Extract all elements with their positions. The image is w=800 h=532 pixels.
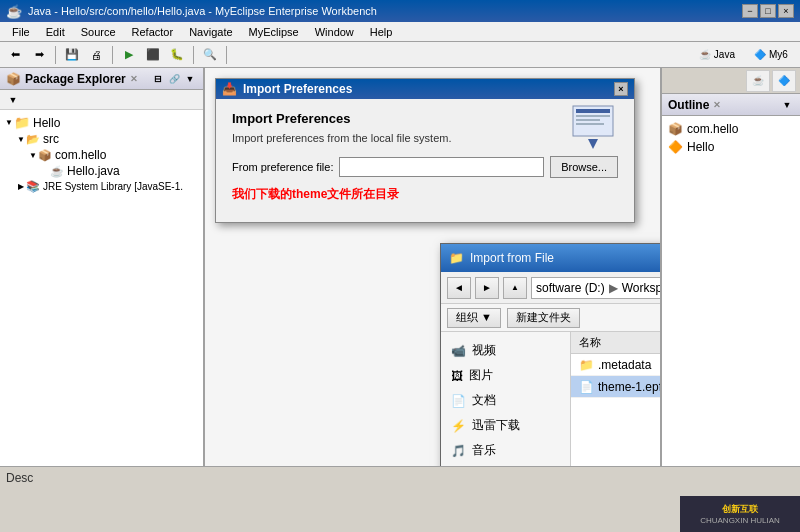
- toolbar-btn-debug[interactable]: 🐛: [166, 45, 188, 65]
- file-dialog-icon: 📁: [449, 251, 464, 265]
- outline-item-com-hello[interactable]: 📦 com.hello: [666, 120, 796, 138]
- right-top-btn-1[interactable]: ☕: [746, 70, 770, 92]
- sidebar-thunder[interactable]: ⚡ 迅雷下载: [441, 413, 570, 438]
- tree-label-com-hello: com.hello: [55, 148, 106, 162]
- menu-navigate[interactable]: Navigate: [181, 24, 240, 40]
- close-button[interactable]: ×: [778, 4, 794, 18]
- address-path[interactable]: software (D:) ▶ Workspaces ▶ 配置 ▶: [531, 277, 660, 299]
- perspective-myeclipse[interactable]: 🔷 My6: [746, 45, 796, 65]
- outline-menu-btn[interactable]: ▼: [780, 98, 794, 112]
- tree-item-src[interactable]: ▼ 📂 src: [0, 131, 203, 147]
- import-prefs-icon: 📥: [222, 82, 237, 96]
- file-name-metadata: 📁 .metadata: [571, 356, 660, 374]
- tree-item-jre[interactable]: ▶ 📚 JRE System Library [JavaSE-1.: [0, 179, 203, 194]
- right-top-btn-2[interactable]: 🔷: [772, 70, 796, 92]
- sidebar-music[interactable]: 🎵 音乐: [441, 438, 570, 463]
- sidebar-label-music: 音乐: [472, 442, 496, 459]
- file-row-metadata[interactable]: 📁 .metadata 2013/11/16 21:26 文件夹: [571, 354, 660, 376]
- import-prefs-file-input[interactable]: [339, 157, 544, 177]
- sidebar-pictures[interactable]: 🖼 图片: [441, 363, 570, 388]
- file-row-theme[interactable]: 📄 theme-1.epf 2013/11/16 21:09 EPF 文件: [571, 376, 660, 398]
- outline-item-hello[interactable]: 🔶 Hello: [666, 138, 796, 156]
- menu-source[interactable]: Source: [73, 24, 124, 40]
- link-editor-btn[interactable]: 🔗: [167, 72, 181, 86]
- outline-tree: 📦 com.hello 🔶 Hello: [662, 116, 800, 160]
- status-text: Desc: [6, 471, 33, 485]
- status-bar: Desc 创新互联 CHUANGXIN HULIAN: [0, 466, 800, 488]
- sidebar-label-video: 视频: [472, 342, 496, 359]
- menu-bar: File Edit Source Refactor Navigate MyEcl…: [0, 22, 800, 42]
- collapse-all-btn[interactable]: ⊟: [151, 72, 165, 86]
- tree-item-hello[interactable]: ▼ 📁 Hello: [0, 114, 203, 131]
- sidebar-video[interactable]: 📹 视频: [441, 338, 570, 363]
- title-controls[interactable]: − □ ×: [742, 4, 794, 18]
- sidebar-docs[interactable]: 📄 文档: [441, 388, 570, 413]
- menu-myeclipse[interactable]: MyEclipse: [241, 24, 307, 40]
- import-prefs-close[interactable]: ×: [614, 82, 628, 96]
- video-icon: 📹: [451, 344, 466, 358]
- right-panel: ☕ 🔷 Outline ✕ ▼ 📦 com.hello 🔶 Hello: [660, 68, 800, 466]
- menu-refactor[interactable]: Refactor: [124, 24, 182, 40]
- nav-up-btn[interactable]: ▲: [503, 277, 527, 299]
- svg-marker-5: [588, 139, 598, 149]
- file-list-body: 📁 .metadata 2013/11/16 21:26 文件夹 📄 theme…: [571, 354, 660, 398]
- import-prefs-title: Import Preferences: [243, 82, 352, 96]
- tree-label-hello: Hello: [33, 116, 60, 130]
- maximize-button[interactable]: □: [760, 4, 776, 18]
- tree-item-hello-java[interactable]: ☕ Hello.java: [0, 163, 203, 179]
- outline-title: Outline: [668, 98, 709, 112]
- svg-rect-1: [576, 109, 610, 113]
- toggle-com-hello[interactable]: ▼: [28, 151, 38, 160]
- outline-close[interactable]: ✕: [713, 100, 721, 110]
- nav-back-btn[interactable]: ◄: [447, 277, 471, 299]
- svg-rect-3: [576, 119, 600, 121]
- title-bar: ☕ Java - Hello/src/com/hello/Hello.java …: [0, 0, 800, 22]
- toggle-src[interactable]: ▼: [16, 135, 26, 144]
- toolbar-btn-stop[interactable]: ⬛: [142, 45, 164, 65]
- menu-edit[interactable]: Edit: [38, 24, 73, 40]
- menu-file[interactable]: File: [4, 24, 38, 40]
- toolbar-btn-fwd[interactable]: ➡: [28, 45, 50, 65]
- organize-btn[interactable]: 组织 ▼: [447, 308, 501, 328]
- tree-item-com-hello[interactable]: ▼ 📦 com.hello: [0, 147, 203, 163]
- package-icon-com-hello: 📦: [38, 149, 52, 162]
- toggle-jre[interactable]: ▶: [16, 182, 26, 191]
- app-icon: ☕: [6, 4, 22, 19]
- panel-menu-btn[interactable]: ▼: [183, 72, 197, 86]
- package-explorer-panel: 📦 Package Explorer ✕ ⊟ 🔗 ▼ ▼ ▼ 📁 Hello: [0, 68, 205, 466]
- new-folder-btn[interactable]: 新建文件夹: [507, 308, 580, 328]
- import-preferences-dialog: 📥 Import Preferences × Import Preference…: [215, 78, 635, 223]
- toolbar-sep-2: [112, 46, 113, 64]
- menu-help[interactable]: Help: [362, 24, 401, 40]
- import-prefs-browse-btn[interactable]: Browse...: [550, 156, 618, 178]
- thunder-icon: ⚡: [451, 419, 466, 433]
- perspective-java[interactable]: ☕ Java: [692, 45, 742, 65]
- addr-drive: software (D:): [536, 281, 605, 295]
- toolbar-btn-save[interactable]: 💾: [61, 45, 83, 65]
- minimize-button[interactable]: −: [742, 4, 758, 18]
- file-name-theme: 📄 theme-1.epf: [571, 378, 660, 396]
- docs-icon: 📄: [451, 394, 466, 408]
- toggle-hello[interactable]: ▼: [4, 118, 14, 127]
- package-explorer-header: 📦 Package Explorer ✕ ⊟ 🔗 ▼: [0, 68, 203, 90]
- window-title: Java - Hello/src/com/hello/Hello.java - …: [28, 5, 377, 17]
- outline-tools: ▼: [780, 98, 794, 112]
- tree-label-src: src: [43, 132, 59, 146]
- sidebar-label-pictures: 图片: [469, 367, 493, 384]
- toolbar-btn-back[interactable]: ⬅: [4, 45, 26, 65]
- addr-sep-1: ▶: [609, 281, 618, 295]
- file-list: 名称 修改日期 类型 📁 .metadata 2013/11/16 21:26: [571, 332, 660, 466]
- toolbar-btn-search[interactable]: 🔍: [199, 45, 221, 65]
- outline-header-left: Outline ✕: [668, 98, 721, 112]
- nav-fwd-btn[interactable]: ►: [475, 277, 499, 299]
- toolbar-sep-1: [55, 46, 56, 64]
- col-name[interactable]: 名称: [571, 332, 660, 353]
- import-prefs-file-row: From preference file: Browse...: [232, 156, 618, 178]
- toolbar-btn-run[interactable]: ▶: [118, 45, 140, 65]
- panel-new-btn[interactable]: ▼: [4, 93, 22, 107]
- toolbar-btn-print[interactable]: 🖨: [85, 45, 107, 65]
- panel-header-left: 📦 Package Explorer ✕: [6, 72, 138, 86]
- menu-window[interactable]: Window: [307, 24, 362, 40]
- outline-class-icon: 🔶: [668, 140, 683, 154]
- file-dialog-titlebar: 📁 Import from File ×: [441, 244, 660, 272]
